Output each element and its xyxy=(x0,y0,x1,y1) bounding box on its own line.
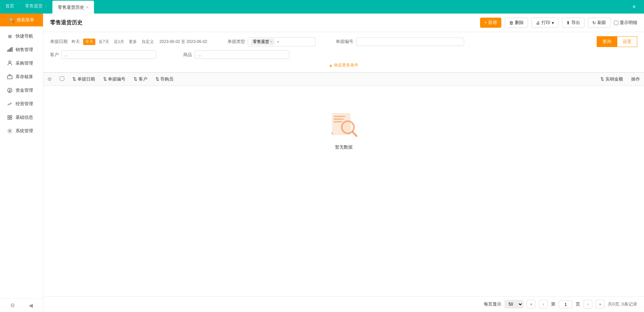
svg-rect-0 xyxy=(7,50,8,52)
svg-rect-7 xyxy=(8,115,9,117)
collapse-label: 收起更多条件 xyxy=(334,62,358,68)
tab-retail-return[interactable]: 零售退货 × xyxy=(20,0,52,13)
sidebar-nav: ⊞ 快捷导航 销售管理 采购管理 库存核算 xyxy=(0,26,43,298)
svg-rect-10 xyxy=(10,118,12,119)
window-controls: × xyxy=(629,3,644,10)
page-size-select[interactable]: 20 50 100 xyxy=(505,300,523,308)
finance-icon xyxy=(7,87,13,93)
refresh-button[interactable]: ↻ 刷新 xyxy=(588,18,611,28)
sidebar-item-quick-nav[interactable]: ⊞ 快捷导航 xyxy=(1,30,42,43)
voucher-type-filter: 单据类型 零售退货 × ▾ xyxy=(228,37,315,46)
goods-input[interactable] xyxy=(195,50,289,59)
new-button[interactable]: + 新增 xyxy=(480,18,501,28)
date-range-display: 2023-06-02 至 2023-06-02 xyxy=(159,39,207,45)
top-bar: 首页 零售退货 × 零售退货历史 × × xyxy=(0,0,644,14)
date-opt-1month[interactable]: 近1月 xyxy=(113,39,126,45)
show-detail-label: 显示明细 xyxy=(620,20,637,26)
tab-retail-return-history-close[interactable]: × xyxy=(86,5,89,10)
filter-row-2: 客户 商品 xyxy=(50,50,637,59)
voucher-type-tag: 零售退货 × xyxy=(251,39,275,45)
empty-illustration xyxy=(327,106,361,140)
export-button[interactable]: ⬆ 导出 xyxy=(562,18,585,28)
col-no: ⇅ 单据编号 xyxy=(99,73,130,86)
page-number-input[interactable] xyxy=(559,300,572,308)
col-actions: 操作 xyxy=(627,73,644,86)
table-settings-icon[interactable]: ⚙ xyxy=(47,76,52,82)
col-spacer xyxy=(178,73,597,86)
col-amount-label: ⇅ 实销金额 xyxy=(600,76,623,82)
query-button[interactable]: 查询 xyxy=(597,36,617,47)
sidebar-item-inventory[interactable]: 库存核算 xyxy=(1,70,42,83)
voucher-no-label: 单据编号 xyxy=(336,39,353,45)
voucher-type-label: 单据类型 xyxy=(228,39,245,45)
date-opt-yesterday[interactable]: 昨天 xyxy=(70,39,81,45)
col-customer-label: ⇅ 客户 xyxy=(134,76,147,82)
page-label-suffix: 页 xyxy=(576,301,580,307)
sidebar-item-inventory-label: 库存核算 xyxy=(16,74,33,80)
filter-area: 单据日期 昨天 今天 近7天 近1月 更多 自定义 2023-06-02 至 2… xyxy=(43,32,644,72)
voucher-no-input[interactable] xyxy=(356,38,464,46)
col-customer: ⇅ 客户 xyxy=(129,73,151,86)
settings-button[interactable]: 设置 xyxy=(617,36,637,47)
refresh-icon: ↻ xyxy=(592,20,596,25)
sidebar-item-finance-label: 资金管理 xyxy=(16,87,33,93)
voucher-type-tag-close[interactable]: × xyxy=(270,40,272,44)
first-page-button[interactable]: « xyxy=(527,300,535,309)
sidebar-search[interactable]: 🔍 搜索菜单 xyxy=(0,14,43,26)
svg-rect-1 xyxy=(9,49,10,52)
print-button[interactable]: 🖨 打印 ▾ xyxy=(531,18,558,28)
tab-home[interactable]: 首页 xyxy=(0,0,20,13)
window-close-button[interactable]: × xyxy=(629,3,639,10)
date-opt-7days[interactable]: 近7天 xyxy=(97,39,111,45)
page-label-prefix: 第 xyxy=(551,301,555,307)
purchase-icon xyxy=(7,60,13,66)
sidebar-item-operations-label: 经营管理 xyxy=(16,101,33,107)
sidebar-item-finance[interactable]: 资金管理 xyxy=(1,84,42,97)
quick-nav-icon: ⊞ xyxy=(7,33,13,39)
date-filter: 单据日期 昨天 今天 近7天 近1月 更多 自定义 2023-06-02 至 2… xyxy=(50,39,207,45)
svg-rect-14 xyxy=(334,118,344,120)
date-opt-custom[interactable]: 自定义 xyxy=(140,39,155,45)
last-page-button[interactable]: » xyxy=(596,300,604,309)
customer-input[interactable] xyxy=(62,50,156,59)
show-detail-checkbox[interactable] xyxy=(614,21,618,25)
sidebar-item-quick-nav-label: 快捷导航 xyxy=(16,33,33,39)
page-title: 零售退货历史 xyxy=(50,19,82,26)
show-detail-checkbox-label[interactable]: 显示明细 xyxy=(614,20,637,26)
col-date: ⇅ 单据日期 xyxy=(68,73,99,86)
svg-rect-13 xyxy=(334,116,345,117)
settings-bottom-icon[interactable]: ⚙ xyxy=(10,302,15,309)
pagination: 每页显示 20 50 100 « ‹ 第 页 › » 共0页, 0条记录 xyxy=(43,296,644,312)
sidebar-item-base-info[interactable]: 基础信息 xyxy=(1,111,42,124)
sidebar-bottom: ⚙ ◀ xyxy=(0,298,43,312)
svg-rect-3 xyxy=(11,47,13,52)
sidebar-item-purchase[interactable]: 采购管理 xyxy=(1,57,42,70)
col-guide-label: ⇅ 导购员 xyxy=(156,76,174,82)
sidebar: 🔍 搜索菜单 ⊞ 快捷导航 销售管理 采购管理 xyxy=(0,14,43,312)
sidebar-item-operations[interactable]: 经营管理 xyxy=(1,97,42,110)
svg-point-11 xyxy=(9,130,11,132)
voucher-type-input[interactable]: 零售退货 × ▾ xyxy=(248,37,315,46)
col-actions-label: 操作 xyxy=(631,76,640,82)
sidebar-search-label: 搜索菜单 xyxy=(17,17,34,23)
search-icon: 🔍 xyxy=(9,18,15,23)
svg-point-4 xyxy=(9,61,11,63)
date-opt-more[interactable]: 更多 xyxy=(127,39,138,45)
svg-rect-8 xyxy=(10,115,12,117)
sidebar-item-system[interactable]: 系统管理 xyxy=(1,125,42,137)
sidebar-item-base-info-label: 基础信息 xyxy=(16,114,33,120)
main-layout: 🔍 搜索菜单 ⊞ 快捷导航 销售管理 采购管理 xyxy=(0,14,644,312)
next-page-button[interactable]: › xyxy=(583,300,592,309)
prev-page-button[interactable]: ‹ xyxy=(539,300,548,309)
select-all-checkbox[interactable] xyxy=(60,76,64,81)
base-info-icon xyxy=(7,114,13,120)
tab-retail-return-close[interactable]: × xyxy=(45,4,47,8)
sidebar-item-sales[interactable]: 销售管理 xyxy=(1,43,42,56)
delete-button[interactable]: 🗑 删除 xyxy=(505,18,528,28)
collapse-sidebar-icon[interactable]: ◀ xyxy=(29,302,33,309)
tab-list: 首页 零售退货 × 零售退货历史 × xyxy=(0,0,629,14)
tab-retail-return-history[interactable]: 零售退货历史 × xyxy=(52,1,94,14)
date-opt-today[interactable]: 今天 xyxy=(83,39,95,45)
collapse-filter-button[interactable]: ▲ 收起更多条件 xyxy=(329,62,359,68)
collapse-icon: ▲ xyxy=(329,63,333,68)
